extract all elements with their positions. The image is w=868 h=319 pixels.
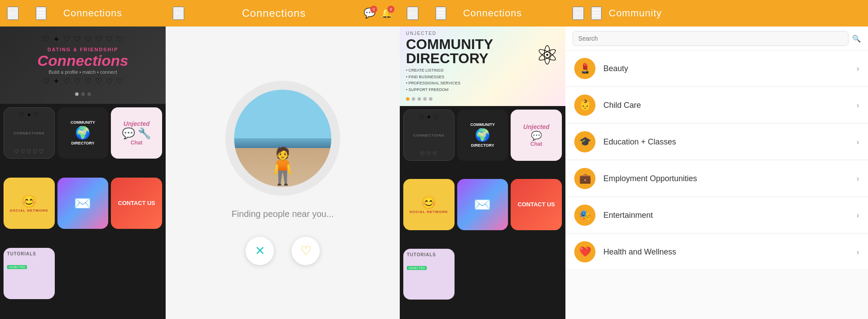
tile-connections[interactable]: ♡✦♡ CONNECTIONS ♡♡♡♡♡ bbox=[4, 107, 55, 159]
middle-header-title: Connections bbox=[184, 7, 364, 19]
right-tile-envelope[interactable]: ✉️ bbox=[457, 179, 508, 230]
education-chevron-icon: › bbox=[857, 137, 859, 147]
tile-envelope[interactable]: ✉️ bbox=[57, 178, 109, 229]
profile-person-icon: 🧍 bbox=[261, 145, 305, 187]
right-chat-icon-tile: 💬 bbox=[531, 130, 542, 141]
action-buttons: ✕ ♡ bbox=[246, 237, 320, 265]
far-right-sidebar: ← ☰ Community 🔍 💄 Beauty › 👶 Child Care … bbox=[565, 0, 868, 319]
banner-bullets: • CREATE LISTINGS • FIND BUSINESSES • PR… bbox=[406, 67, 460, 93]
right-tile-directory[interactable]: COMMUNITY 🌍 DIRECTORY bbox=[457, 110, 508, 161]
banner-tagline: Build a profile • match • connect bbox=[49, 69, 117, 75]
directory-label2: DIRECTORY bbox=[71, 141, 95, 146]
tile-directory[interactable]: COMMUNITY 🌍 DIRECTORY bbox=[57, 107, 109, 159]
banner-big-title: COMMUNITY DIRECTORY bbox=[406, 37, 493, 65]
sidebar-item-entertainment[interactable]: 🎭 Entertainment › bbox=[565, 197, 868, 233]
left-back-button[interactable]: ← bbox=[7, 7, 19, 20]
banner-title: Connections bbox=[38, 52, 129, 69]
entertainment-icon: 🎭 bbox=[574, 205, 595, 226]
right-content-panel: ← ☰ Connections UNJECTED COMMUNITY DIREC… bbox=[400, 0, 565, 319]
sidebar-list: 💄 Beauty › 👶 Child Care › 🎓 Education + … bbox=[565, 51, 868, 319]
search-input[interactable] bbox=[572, 31, 849, 46]
middle-content: 🧍 Finding people near you... ✕ ♡ bbox=[166, 27, 400, 319]
tutorials-label: TUTORIALS bbox=[7, 251, 36, 256]
left-header-title: Connections bbox=[63, 8, 122, 19]
banner-hearts: ♡✦♡♡♡♡♡♡ bbox=[42, 34, 123, 44]
right-tile-tutorials[interactable]: TUTORIALS UNJECTED bbox=[403, 249, 455, 300]
right-directory-globe-icon: 🌍 bbox=[475, 128, 490, 142]
left-banner: ♡✦♡♡♡♡♡♡ Dating & Friendship Connections… bbox=[0, 27, 166, 104]
like-button[interactable]: ♡ bbox=[292, 237, 320, 265]
sidebar-item-label-entertainment: Entertainment bbox=[603, 211, 857, 220]
sidebar-item-child-care[interactable]: 👶 Child Care › bbox=[565, 87, 868, 123]
education-icon: 🎓 bbox=[574, 131, 595, 152]
directory-globe-icon: 🌍 bbox=[75, 125, 91, 140]
x-icon: ✕ bbox=[255, 243, 265, 258]
heart-icon: ♡ bbox=[300, 243, 311, 258]
chat-name: Unjected bbox=[124, 120, 150, 127]
right-content-back-button[interactable]: ← bbox=[407, 7, 418, 20]
right-tile-social[interactable]: 😊 SOCIAL NETWORK bbox=[403, 179, 455, 230]
sidebar-item-health[interactable]: ❤️ Health and Wellness › bbox=[565, 234, 868, 270]
child-care-icon: 👶 bbox=[574, 95, 595, 116]
right-tile-contact-us[interactable]: CONTACT US bbox=[511, 179, 562, 230]
banner-hearts-2: ♡✦♡♡♡♡♡♡ bbox=[42, 76, 123, 86]
sidebar-item-employment[interactable]: 💼 Employment Opportunities › bbox=[565, 161, 868, 197]
finding-text: Finding people near you... bbox=[231, 209, 334, 219]
banner-subtitle: Dating & Friendship bbox=[47, 47, 118, 52]
banner-unjected-label: UNJECTED bbox=[406, 31, 436, 36]
tutorials-badge: UNJECTED bbox=[7, 265, 27, 269]
profile-circle-inner: 🧍 bbox=[234, 90, 331, 187]
sidebar-back-button[interactable]: ← bbox=[572, 7, 584, 20]
app-grid-left: ♡✦♡ CONNECTIONS ♡♡♡♡♡ COMMUNITY 🌍 DIRECT… bbox=[0, 104, 166, 319]
sidebar-search-bar: 🔍 bbox=[565, 27, 868, 51]
envelope-icon: ✉️ bbox=[74, 195, 91, 212]
sidebar-list-button[interactable]: ☰ bbox=[591, 7, 602, 20]
tile-social[interactable]: 😊 SOCIAL NETWORK bbox=[4, 178, 55, 229]
right-chat-label: Chat bbox=[531, 141, 542, 147]
entertainment-chevron-icon: › bbox=[857, 211, 859, 220]
reject-button[interactable]: ✕ bbox=[246, 237, 274, 265]
chat-badge: 0 bbox=[370, 6, 377, 13]
right-content-list-button[interactable]: ☰ bbox=[436, 7, 446, 20]
sidebar-item-label-health: Health and Wellness bbox=[603, 247, 857, 257]
bell-button[interactable]: 🔔 0 bbox=[381, 8, 393, 19]
middle-header: ← Connections 💬 0 🔔 0 bbox=[166, 0, 400, 27]
sidebar-item-label-beauty: Beauty bbox=[603, 64, 857, 73]
sidebar-item-education[interactable]: 🎓 Education + Classes › bbox=[565, 124, 868, 160]
right-tile-connections[interactable]: ♡✦♡ CONNECTIONS ♡♡♡ bbox=[403, 110, 455, 161]
tile-chat[interactable]: Unjected 💬 🔧 Chat bbox=[111, 107, 162, 159]
banner-atom-icon: ⚛ bbox=[535, 40, 559, 71]
left-header: ← ☰ Connections bbox=[0, 0, 166, 27]
sidebar-header: ← ☰ Community bbox=[565, 0, 868, 27]
right-content-header-title: Connections bbox=[463, 8, 522, 19]
tile-contact-us[interactable]: CONTACT US bbox=[111, 178, 162, 229]
tile-tutorials[interactable]: TUTORIALS UNJECTED bbox=[4, 248, 55, 299]
directory-label: COMMUNITY bbox=[71, 120, 95, 125]
chat-button[interactable]: 💬 0 bbox=[364, 8, 375, 19]
beauty-chevron-icon: › bbox=[857, 64, 859, 73]
sidebar-item-beauty[interactable]: 💄 Beauty › bbox=[565, 51, 868, 87]
sidebar-item-label-employment: Employment Opportunities bbox=[603, 174, 857, 183]
sidebar-item-label-child-care: Child Care bbox=[603, 101, 857, 110]
sidebar-header-title: Community bbox=[609, 8, 662, 19]
right-tile-chat[interactable]: Unjected 💬 Chat bbox=[511, 110, 562, 161]
profile-circle-outer: 🧍 bbox=[225, 81, 340, 196]
bell-badge: 0 bbox=[387, 6, 394, 13]
left-panel: ← ☰ Connections ♡✦♡♡♡♡♡♡ Dating & Friend… bbox=[0, 0, 166, 319]
left-list-button[interactable]: ☰ bbox=[36, 7, 46, 20]
right-contact-us-label: CONTACT US bbox=[518, 201, 555, 208]
employment-icon: 💼 bbox=[574, 168, 595, 189]
right-chat-name: Unjected bbox=[523, 123, 550, 130]
contact-us-label: CONTACT US bbox=[118, 200, 155, 207]
social-icon: 😊 bbox=[21, 194, 37, 209]
middle-panel: ← Connections 💬 0 🔔 0 🧍 Finding people n… bbox=[166, 0, 400, 319]
beauty-icon: 💄 bbox=[574, 58, 595, 79]
search-icon: 🔍 bbox=[852, 34, 861, 43]
right-content-banner: UNJECTED COMMUNITY DIRECTORY • CREATE LI… bbox=[400, 27, 565, 106]
right-tutorials-badge: UNJECTED bbox=[407, 266, 427, 270]
chat-icon-tile: 💬 🔧 bbox=[122, 127, 152, 140]
middle-back-button[interactable]: ← bbox=[173, 7, 184, 20]
sidebar-item-label-education: Education + Classes bbox=[603, 137, 857, 147]
banner-dots bbox=[75, 92, 91, 96]
chat-label: Chat bbox=[131, 140, 143, 146]
